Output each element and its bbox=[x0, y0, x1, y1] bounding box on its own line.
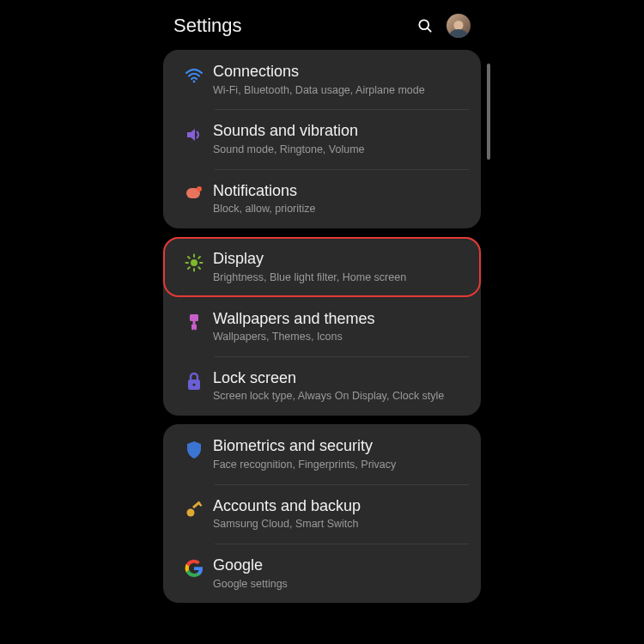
header: Settings bbox=[156, 0, 488, 50]
settings-item-accounts[interactable]: Accounts and backup Samsung Cloud, Smart… bbox=[163, 484, 481, 544]
header-actions bbox=[416, 14, 471, 38]
item-subtitle: Screen lock type, Always On Display, Clo… bbox=[213, 389, 465, 404]
notifications-icon bbox=[184, 185, 204, 202]
settings-item-wallpapers[interactable]: Wallpapers and themes Wallpapers, Themes… bbox=[163, 297, 481, 356]
settings-group: Biometrics and security Face recognition… bbox=[163, 424, 481, 603]
svg-line-12 bbox=[188, 267, 190, 269]
item-subtitle: Block, allow, prioritize bbox=[213, 202, 465, 216]
wifi-icon bbox=[184, 65, 204, 86]
svg-rect-15 bbox=[193, 321, 196, 325]
google-icon bbox=[185, 559, 204, 578]
svg-point-4 bbox=[197, 186, 202, 191]
item-title: Wallpapers and themes bbox=[213, 309, 465, 329]
svg-line-13 bbox=[198, 257, 200, 258]
item-subtitle: Face recognition, Fingerprints, Privacy bbox=[213, 458, 465, 472]
settings-screen: Settings bbox=[156, 0, 488, 644]
paintbrush-icon bbox=[185, 313, 204, 333]
settings-item-sounds[interactable]: Sounds and vibration Sound mode, Rington… bbox=[163, 109, 481, 168]
svg-point-17 bbox=[192, 383, 195, 386]
settings-item-connections[interactable]: Connections Wi-Fi, Bluetooth, Data usage… bbox=[163, 50, 481, 109]
brightness-icon bbox=[184, 252, 204, 273]
item-title: Sounds and vibration bbox=[213, 121, 465, 141]
item-title: Accounts and backup bbox=[213, 496, 465, 516]
settings-item-lockscreen[interactable]: Lock screen Screen lock type, Always On … bbox=[163, 356, 481, 416]
key-icon bbox=[184, 500, 204, 520]
item-title: Google bbox=[213, 556, 465, 575]
svg-line-10 bbox=[188, 257, 190, 258]
item-subtitle: Samsung Cloud, Smart Switch bbox=[213, 517, 465, 532]
svg-line-1 bbox=[428, 28, 431, 32]
shield-icon bbox=[185, 440, 204, 460]
settings-list: Connections Wi-Fi, Bluetooth, Data usage… bbox=[156, 50, 488, 603]
item-subtitle: Sound mode, Ringtone, Volume bbox=[213, 143, 465, 157]
speaker-icon bbox=[184, 125, 204, 145]
settings-item-notifications[interactable]: Notifications Block, allow, prioritize bbox=[163, 169, 481, 228]
svg-point-18 bbox=[187, 508, 195, 516]
item-title: Notifications bbox=[213, 181, 465, 201]
search-button[interactable] bbox=[416, 16, 434, 35]
item-subtitle: Google settings bbox=[213, 577, 465, 592]
svg-rect-14 bbox=[190, 314, 198, 321]
settings-item-biometrics[interactable]: Biometrics and security Face recognition… bbox=[163, 424, 481, 483]
settings-group: Connections Wi-Fi, Bluetooth, Data usage… bbox=[163, 50, 481, 228]
item-subtitle: Wallpapers, Themes, Icons bbox=[213, 330, 465, 344]
settings-item-google[interactable]: Google Google settings bbox=[163, 544, 481, 603]
item-title: Lock screen bbox=[213, 368, 465, 388]
profile-avatar[interactable] bbox=[447, 14, 471, 38]
scrollbar[interactable] bbox=[487, 64, 490, 160]
item-subtitle: Wi-Fi, Bluetooth, Data usage, Airplane m… bbox=[213, 83, 465, 98]
item-title: Display bbox=[213, 249, 465, 269]
svg-line-11 bbox=[198, 267, 200, 269]
settings-group: Display Brightness, Blue light filter, H… bbox=[163, 237, 481, 416]
item-title: Connections bbox=[213, 62, 465, 82]
search-icon bbox=[416, 17, 434, 34]
svg-point-2 bbox=[193, 81, 196, 83]
lock-icon bbox=[185, 372, 204, 392]
page-title: Settings bbox=[173, 15, 416, 37]
item-subtitle: Brightness, Blue light filter, Home scre… bbox=[213, 270, 465, 285]
item-title: Biometrics and security bbox=[213, 436, 465, 456]
svg-point-5 bbox=[191, 259, 197, 266]
settings-item-display[interactable]: Display Brightness, Blue light filter, H… bbox=[163, 237, 481, 296]
